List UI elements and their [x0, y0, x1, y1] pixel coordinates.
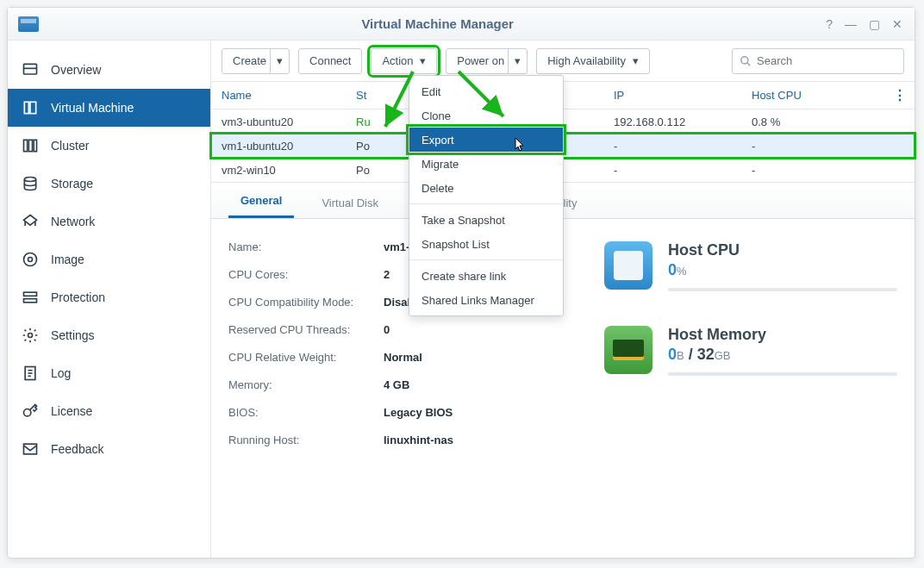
sidebar-icon: [22, 440, 39, 458]
action-button[interactable]: Action ▾: [371, 48, 437, 74]
menu-item-migrate[interactable]: Migrate: [409, 152, 563, 176]
host-memory-total-unit: GB: [715, 349, 731, 362]
caret-down-icon[interactable]: ▾: [270, 49, 289, 73]
minimize-icon[interactable]: —: [845, 18, 857, 30]
host-memory-bar: [668, 372, 897, 376]
host-cpu-bar: [668, 288, 897, 291]
svg-rect-11: [24, 299, 37, 303]
sidebar-item-label: Log: [51, 366, 71, 380]
detail-row: Running Host:linuxhint-nas: [228, 426, 578, 453]
svg-rect-0: [24, 64, 37, 74]
caret-down-icon[interactable]: ▾: [508, 49, 527, 73]
menu-item-take-a-snapshot[interactable]: Take a Snapshot: [409, 208, 563, 232]
sidebar-item-overview[interactable]: Overview: [8, 51, 210, 89]
action-label: Action: [382, 54, 413, 67]
window-title: Virtual Machine Manager: [49, 16, 826, 31]
menu-item-clone[interactable]: Clone: [409, 103, 563, 128]
detail-key: CPU Compatibility Mode:: [228, 296, 384, 309]
cell-cpu: 0.8 %: [752, 115, 904, 128]
sidebar-item-label: Cluster: [51, 139, 89, 153]
host-memory-title: Host Memory: [668, 326, 897, 344]
search-box[interactable]: [732, 48, 904, 74]
host-memory-stat: Host Memory 0B / 32GB: [604, 326, 897, 376]
sidebar-icon: [22, 365, 39, 382]
svg-point-19: [741, 56, 748, 63]
host-memory-total: 32: [697, 346, 715, 363]
detail-row: Reserved CPU Threads:0: [228, 315, 578, 343]
cpu-icon: [604, 241, 652, 290]
svg-rect-6: [34, 140, 36, 151]
sidebar-item-log[interactable]: Log: [8, 354, 210, 392]
detail-row: CPU Relative Weight:Normal: [228, 343, 578, 371]
detail-value: Normal: [384, 351, 422, 364]
sidebar-icon: [22, 137, 39, 154]
sidebar-item-label: Feedback: [51, 442, 103, 456]
connect-button[interactable]: Connect: [298, 48, 362, 74]
search-input[interactable]: [757, 54, 902, 67]
sidebar-item-label: Settings: [51, 328, 95, 342]
tab-virtual-disk[interactable]: Virtual Disk: [309, 188, 390, 218]
sidebar-item-protection[interactable]: Protection: [8, 278, 210, 316]
sidebar-icon: [22, 251, 39, 268]
ha-label: High Availability: [547, 54, 626, 67]
high-availability-button[interactable]: High Availability ▾: [536, 48, 649, 74]
sidebar-item-label: Virtual Machine: [51, 101, 134, 115]
host-cpu-unit: %: [677, 265, 687, 278]
app-icon: [18, 16, 39, 32]
sidebar-item-cluster[interactable]: Cluster: [8, 127, 210, 165]
sidebar-item-license[interactable]: License: [8, 392, 210, 430]
table-more-icon[interactable]: ⋮: [893, 87, 908, 103]
svg-rect-4: [24, 140, 28, 151]
svg-point-9: [28, 258, 33, 262]
sidebar-icon: [22, 403, 39, 420]
detail-row: BIOS:Legacy BIOS: [228, 398, 578, 426]
host-memory-unit: B: [677, 349, 684, 362]
sidebar-icon: [22, 213, 39, 230]
sidebar-icon: [22, 327, 39, 344]
maximize-icon[interactable]: ▢: [869, 18, 880, 30]
cell-ip: -: [614, 140, 752, 153]
create-button[interactable]: Create ▾: [222, 48, 290, 74]
sidebar-item-network[interactable]: Network: [8, 203, 210, 240]
menu-item-export[interactable]: Export: [409, 128, 563, 152]
tab-general[interactable]: General: [228, 185, 294, 218]
svg-rect-3: [30, 102, 36, 113]
sidebar-icon: [22, 99, 39, 116]
host-cpu-value: 0: [668, 261, 677, 278]
host-cpu-stat: Host CPU 0%: [604, 241, 897, 291]
detail-key: Memory:: [228, 378, 384, 391]
detail-key: CPU Cores:: [228, 268, 384, 281]
sidebar-item-settings[interactable]: Settings: [8, 316, 210, 354]
sidebar-item-storage[interactable]: Storage: [8, 165, 210, 203]
sidebar-item-feedback[interactable]: Feedback: [8, 430, 210, 468]
cell-ip: -: [614, 164, 752, 177]
detail-key: CPU Relative Weight:: [228, 351, 384, 364]
sidebar-item-virtual-machine[interactable]: Virtual Machine: [8, 89, 210, 127]
sidebar-icon: [22, 61, 39, 78]
menu-separator: [409, 259, 563, 260]
cell-ip: 192.168.0.112: [614, 115, 752, 128]
menu-item-edit[interactable]: Edit: [409, 79, 563, 103]
sidebar: OverviewVirtual MachineClusterStorageNet…: [8, 41, 211, 558]
menu-item-snapshot-list[interactable]: Snapshot List: [409, 232, 563, 256]
menu-item-create-share-link[interactable]: Create share link: [409, 264, 563, 288]
menu-item-shared-links-manager[interactable]: Shared Links Manager: [409, 288, 563, 312]
svg-rect-5: [28, 140, 32, 151]
svg-rect-18: [24, 444, 37, 454]
sidebar-item-label: Network: [51, 215, 95, 228]
create-label: Create: [233, 54, 266, 67]
col-name[interactable]: Name: [222, 89, 356, 102]
detail-key: Name:: [228, 240, 384, 253]
detail-value: 0: [384, 323, 390, 336]
close-icon[interactable]: ✕: [892, 18, 902, 30]
svg-line-20: [747, 62, 751, 66]
sidebar-item-image[interactable]: Image: [8, 240, 210, 278]
poweron-button[interactable]: Power on ▾: [446, 48, 528, 74]
cell-cpu: -: [752, 140, 904, 153]
sidebar-item-label: Protection: [51, 290, 105, 304]
col-ip[interactable]: IP: [614, 89, 752, 102]
help-icon[interactable]: ?: [826, 18, 833, 30]
col-cpu[interactable]: Host CPU: [752, 89, 904, 102]
detail-key: BIOS:: [228, 406, 384, 419]
menu-item-delete[interactable]: Delete: [409, 176, 563, 200]
